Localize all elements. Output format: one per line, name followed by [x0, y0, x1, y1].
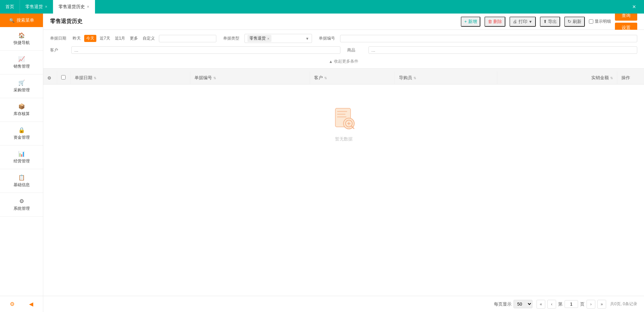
pagination-bar: 每页显示 50 20 100 « ‹ 第 页 › » 共0页, 0条记录: [43, 296, 644, 312]
prev-page-button[interactable]: ‹: [547, 300, 556, 309]
date-shortcut-yesterday[interactable]: 昨天: [71, 35, 82, 42]
print-dropdown-icon[interactable]: ▼: [529, 20, 532, 24]
th-amount[interactable]: 实销金额 ⇅: [497, 71, 617, 85]
new-button-label: + 新增: [464, 19, 477, 25]
date-filter-label: 单据日期: [50, 36, 69, 41]
product-filter: 商品 ...: [347, 46, 638, 54]
date-filter: 单据日期 昨天 今天 近7天 近1月 更多 自定义 2023-06-02 至 2…: [50, 35, 216, 42]
customer-filter-ellipsis: ...: [74, 47, 78, 53]
window-close-button[interactable]: ×: [629, 3, 639, 10]
customer-filter-label: 客户: [50, 47, 69, 53]
date-shortcut-custom[interactable]: 自定义: [141, 35, 156, 42]
sales-icon: 📈: [18, 55, 25, 62]
th-guide[interactable]: 导购员 ⇅: [395, 71, 497, 85]
page-size-label: 每页显示: [494, 301, 511, 307]
th-operations: 操作: [617, 71, 644, 85]
settings-col-icon[interactable]: ⚙: [47, 75, 51, 81]
last-page-button[interactable]: »: [597, 300, 606, 309]
th-settings[interactable]: ⚙: [43, 71, 57, 85]
sidebar-item-basic-info[interactable]: 📋 基础信息: [0, 169, 43, 193]
customer-filter-container[interactable]: ...: [71, 46, 340, 54]
date-shortcut-1month[interactable]: 近1月: [114, 35, 127, 42]
sidebar-item-operation-mgmt-label: 经营管理: [14, 158, 30, 164]
date-shortcut-7days[interactable]: 近7天: [98, 35, 112, 42]
th-date-sort: 单据日期 ⇅: [75, 75, 186, 81]
next-page-button[interactable]: ›: [587, 300, 595, 309]
display-detail-toggle[interactable]: 显示明细: [589, 19, 611, 24]
voucher-sort-icon: ⇅: [213, 76, 216, 80]
th-date-label: 单据日期: [75, 75, 92, 81]
sidebar-search[interactable]: 🔍 搜索菜单: [0, 14, 43, 27]
type-filter-tag: 零售退货 ×: [247, 35, 271, 42]
first-page-button[interactable]: «: [536, 300, 545, 309]
operation-icon: 📊: [18, 150, 25, 157]
sidebar-item-purchase-mgmt[interactable]: 🛒 采购管理: [0, 74, 43, 98]
refresh-button[interactable]: ↻ 刷新: [564, 17, 585, 27]
tab-retail-return-close[interactable]: ×: [45, 4, 47, 9]
sidebar-item-quick-nav[interactable]: 🏠 快捷导航: [0, 27, 43, 51]
filter-row-1: 单据日期 昨天 今天 近7天 近1月 更多 自定义 2023-06-02 至 2…: [50, 34, 637, 43]
sidebar-item-system-mgmt-label: 系统管理: [14, 206, 30, 211]
sidebar-item-quick-nav-label: 快捷导航: [14, 40, 30, 46]
page-number-input[interactable]: [565, 300, 578, 308]
query-button[interactable]: 查询: [615, 14, 637, 21]
sidebar-item-operation-mgmt[interactable]: 📊 经营管理: [0, 146, 43, 169]
amount-sort-icon: ⇅: [610, 76, 613, 80]
customer-sort-icon: ⇅: [324, 76, 327, 80]
sidebar-item-inventory[interactable]: 📦 库存核算: [0, 98, 43, 122]
sidebar-item-finance-mgmt[interactable]: 🔒 资金管理: [0, 122, 43, 146]
top-bar-right: ×: [629, 3, 644, 10]
th-checkbox[interactable]: [57, 71, 70, 85]
type-filter-tag-close[interactable]: ×: [267, 37, 269, 41]
finance-icon: 🔒: [18, 127, 25, 133]
filter-row-2: 客户 ... 商品 ...: [50, 46, 637, 54]
guide-sort-icon: ⇅: [413, 76, 416, 80]
product-filter-ellipsis: ...: [372, 47, 376, 53]
type-filter-dropdown-icon[interactable]: ▼: [305, 37, 309, 41]
date-shortcut-more[interactable]: 更多: [128, 35, 139, 42]
table-header-row: ⚙ 单据日期 ⇅ 单据编号: [43, 71, 644, 85]
th-date[interactable]: 单据日期 ⇅: [70, 71, 190, 85]
sidebar-item-sales-mgmt[interactable]: 📈 销售管理: [0, 51, 43, 74]
date-range-input[interactable]: 2023-06-02 至 2023-06-02: [159, 35, 216, 42]
print-button[interactable]: 🖨 打印 ▼: [509, 17, 536, 27]
date-shortcuts: 昨天 今天 近7天 近1月 更多 自定义: [71, 35, 156, 42]
tab-retail-return-history-close[interactable]: ×: [87, 4, 89, 9]
collapse-sidebar-button[interactable]: ◀: [29, 301, 33, 307]
new-button[interactable]: + 新增: [461, 17, 480, 27]
collapse-filter-label: 收起更多条件: [334, 59, 358, 64]
tab-retail-return-history[interactable]: 零售退货历史 ×: [53, 0, 95, 14]
page-title: 零售退货历史: [50, 18, 82, 25]
system-icon: ⚙: [18, 198, 25, 204]
pagination-nav: « ‹ 第 页 › »: [536, 300, 606, 309]
th-customer[interactable]: 客户 ⇅: [310, 71, 395, 85]
svg-rect-1: [337, 111, 347, 112]
settings-bottom-button[interactable]: ⚙: [10, 301, 15, 307]
th-operations-label: 操作: [621, 75, 630, 80]
voucher-filter-label: 单据编号: [319, 36, 337, 41]
delete-button-label: 🗑 删除: [488, 19, 502, 25]
delete-button[interactable]: 🗑 删除: [484, 17, 506, 27]
tab-bar: 首页 零售退货 × 零售退货历史 ×: [0, 0, 629, 14]
type-filter-container[interactable]: 零售退货 × ▼: [244, 34, 312, 43]
sidebar-item-finance-mgmt-label: 资金管理: [14, 135, 30, 140]
page-size-select[interactable]: 50 20 100: [514, 300, 532, 308]
basic-info-icon: 📋: [18, 174, 25, 181]
tab-home-label: 首页: [5, 4, 14, 10]
display-detail-checkbox[interactable]: [589, 19, 593, 24]
table-body: 暂无数据: [43, 85, 644, 163]
tab-retail-return-history-label: 零售退货历史: [58, 4, 85, 10]
date-shortcut-today[interactable]: 今天: [84, 35, 96, 42]
export-button[interactable]: ⬆ 导出: [540, 17, 560, 27]
export-button-label: ⬆ 导出: [543, 19, 557, 25]
data-table: ⚙ 单据日期 ⇅ 单据编号: [43, 71, 644, 162]
tab-retail-return[interactable]: 零售退货 ×: [20, 0, 53, 14]
collapse-filter-button[interactable]: ▲ 收起更多条件: [50, 57, 637, 66]
voucher-no-input[interactable]: [340, 35, 637, 42]
sidebar-item-system-mgmt[interactable]: ⚙ 系统管理: [0, 193, 43, 217]
select-all-checkbox[interactable]: [61, 75, 66, 80]
th-voucher-no[interactable]: 单据编号 ⇅: [190, 71, 310, 85]
product-filter-container[interactable]: ...: [368, 46, 638, 54]
tab-home[interactable]: 首页: [0, 0, 20, 14]
product-filter-label: 商品: [347, 47, 366, 53]
